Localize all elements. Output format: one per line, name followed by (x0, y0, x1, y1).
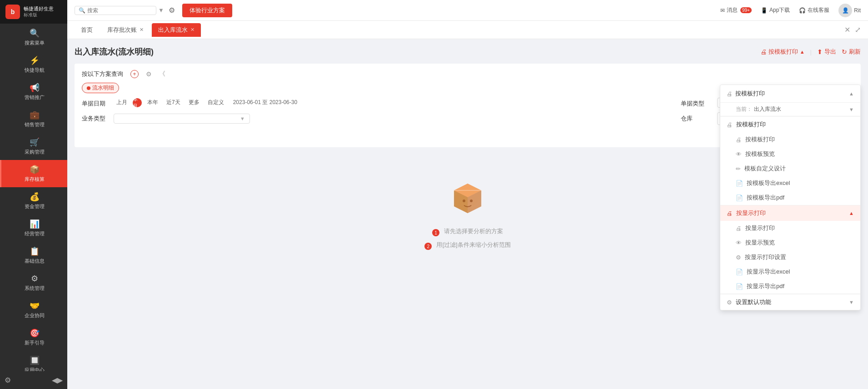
sidebar-nav: 🔍 搜索菜单 ⚡ 快捷导航 📢 营销推广 💼 销售管理 🛒 采购管理 📦 (0, 24, 67, 371)
template-print-item-4[interactable]: 📄 按模板导出excel (720, 176, 860, 190)
display-print-item-1[interactable]: 🖨 按显示打印 (720, 221, 860, 235)
template-print-item-5[interactable]: 📄 按模板导出pdf (720, 190, 860, 205)
display-print-item-2[interactable]: 👁 按显示预览 (720, 235, 860, 250)
dropdown-current-chevron-icon[interactable]: ▼ (849, 107, 854, 112)
display-print-icon: 🖨 (727, 210, 733, 217)
tab-batch-account-close-icon[interactable]: ✕ (140, 27, 144, 33)
search-input[interactable] (87, 7, 146, 14)
export-label: 导出 (824, 48, 836, 56)
app-download-button[interactable]: 📱 App下载 (761, 6, 790, 14)
sidebar-item-finance[interactable]: 💰 资金管理 (0, 187, 67, 214)
topbar-gear-icon[interactable]: ⚙ (169, 6, 175, 15)
mobile-icon: 📱 (761, 7, 768, 14)
expand-icon[interactable]: ⤢ (855, 25, 861, 34)
sidebar-item-system[interactable]: ⚙ 系统管理 (0, 269, 67, 296)
display-print-label: 按显示打印 (736, 209, 766, 217)
sidebar-item-app-center[interactable]: 🔲 应用中心 (0, 351, 67, 371)
inventory-icon: 📦 (30, 165, 40, 175)
system-icon: ⚙ (31, 274, 38, 284)
date-this-year-btn[interactable]: 本年 (145, 98, 161, 107)
refresh-button[interactable]: ↻ 刷新 (842, 48, 861, 56)
filter-tag-dot (87, 86, 90, 90)
date-custom-btn[interactable]: 自定义 (205, 98, 227, 107)
user-area[interactable]: 👤 Rit (838, 4, 861, 17)
tab-home[interactable]: 首页 (75, 23, 99, 37)
sidebar-item-search-menu[interactable]: 🔍 搜索菜单 (0, 24, 67, 51)
display-print-chevron-icon: ▲ (849, 210, 854, 216)
search-chevron-icon[interactable]: ▼ (158, 7, 164, 14)
template-print-item-2[interactable]: 👁 按模板预览 (720, 147, 860, 161)
topbar: 🔍 ▼ ⚙ 体验行业方案 ✉ 消息 99+ 📱 App下载 🎧 在线客服 (67, 0, 868, 21)
display-print-item-4[interactable]: 📄 按显示导出excel (720, 264, 860, 279)
sidebar-logo: b 畅捷通好生意 标准版 (0, 0, 67, 24)
filter-collapse-icon[interactable]: 《 (159, 70, 165, 78)
hint-number-2: 2 (424, 243, 432, 250)
online-service-button[interactable]: 🎧 在线客服 (799, 6, 829, 14)
sidebar-item-guide[interactable]: 🎯 新手引导 (0, 324, 67, 351)
date-this-month-btn[interactable]: 本月 (133, 98, 142, 107)
avatar: 👤 (838, 4, 852, 17)
message-button[interactable]: ✉ 消息 99+ (720, 6, 752, 14)
date-7days-btn[interactable]: 近7天 (164, 98, 183, 107)
sidebar-item-quick-nav[interactable]: ⚡ 快捷导航 (0, 51, 67, 78)
sidebar-item-operations[interactable]: 📊 经营管理 (0, 214, 67, 242)
sidebar-settings-icon[interactable]: ⚙ (5, 376, 11, 384)
dropdown-header-chevron-icon[interactable]: ▲ (849, 91, 854, 96)
print-item-icon-2: 👁 (736, 151, 742, 158)
sidebar-collapse-icon[interactable]: ◀▶ (52, 376, 63, 384)
print-item-icon-1: 🖨 (736, 136, 742, 143)
template-print-item-1[interactable]: 🖨 按模板打印 (720, 132, 860, 147)
sidebar-item-marketing[interactable]: 📢 营销推广 (0, 78, 67, 105)
sidebar-item-purchase[interactable]: 🛒 采购管理 (0, 133, 67, 160)
main-content: 🔍 ▼ ⚙ 体验行业方案 ✉ 消息 99+ 📱 App下载 🎧 在线客服 (67, 0, 868, 389)
sidebar-item-label: 资金管理 (25, 203, 45, 210)
template-print-item-3[interactable]: ✏ 模板自定义设计 (720, 161, 860, 176)
dropdown-header: 🖨 按模板打印 ▲ (720, 85, 860, 103)
dropdown-current-value: 出入库流水 (754, 105, 781, 113)
tabs-expand-icon[interactable]: ✕ ⤢ (844, 25, 861, 34)
sidebar-item-label: 搜索菜单 (25, 40, 45, 46)
trial-button[interactable]: 体验行业方案 (182, 4, 232, 17)
filter-settings-icon[interactable]: ⚙ (146, 70, 152, 78)
empty-hint-2: 2 用[过滤]条件来缩小分析范围 (424, 241, 510, 252)
tab-inout-flow[interactable]: 出入库流水 ✕ (152, 23, 201, 37)
tab-inout-flow-close-icon[interactable]: ✕ (190, 27, 195, 33)
date-more-btn[interactable]: 更多 (186, 98, 202, 107)
dropdown-header-title: 🖨 按模板打印 (727, 90, 765, 98)
page-title: 出入库流水(流水明细) (75, 46, 154, 57)
display-print-item-3[interactable]: ⚙ 按显示打印设置 (720, 250, 860, 264)
default-func-icon: ⚙ (727, 299, 732, 306)
sidebar-item-cooperation[interactable]: 🤝 企业协同 (0, 296, 67, 324)
sidebar-item-sales[interactable]: 💼 销售管理 (0, 105, 67, 133)
template-print-header[interactable]: 🖨 按模板打印 (720, 116, 860, 132)
search-box[interactable]: 🔍 (75, 6, 156, 15)
filter-label: 按以下方案查询 (82, 70, 123, 78)
print-template-label: 按模板打印 (768, 48, 798, 56)
display-item-icon-1: 🖨 (736, 225, 742, 232)
default-func-header[interactable]: ⚙ 设置默认功能 ▼ (720, 294, 860, 310)
sidebar: b 畅捷通好生意 标准版 🔍 搜索菜单 ⚡ 快捷导航 📢 营销推广 💼 销 (0, 0, 67, 389)
svg-point-6 (470, 199, 473, 202)
template-print-item-3-label: 模板自定义设计 (744, 165, 786, 173)
business-type-chevron-icon: ▼ (240, 116, 245, 121)
print-template-button[interactable]: 🖨 按模板打印 ▲ (760, 48, 805, 56)
date-range-display: 2023-06-01 至 2023-06-30 (233, 99, 297, 106)
dropdown-current-row: 当前： 出入库流水 ▼ (720, 103, 860, 116)
business-type-select[interactable]: ▼ (114, 114, 250, 124)
sidebar-item-basics[interactable]: 📋 基础信息 (0, 242, 67, 269)
close-icon[interactable]: ✕ (844, 25, 850, 34)
display-print-item-5[interactable]: 📄 按显示导出pdf (720, 279, 860, 294)
refresh-icon: ↻ (842, 48, 847, 55)
display-print-item-3-label: 按显示打印设置 (745, 253, 786, 261)
display-item-icon-2: 👁 (736, 239, 742, 246)
date-last-month-btn[interactable]: 上月 (114, 98, 130, 107)
tab-batch-account[interactable]: 库存批次账 ✕ (101, 23, 150, 37)
display-print-header[interactable]: 🖨 按显示打印 ▲ (720, 205, 860, 221)
sidebar-item-inventory[interactable]: 📦 库存核算 (0, 160, 67, 187)
print-dropdown-panel: 🖨 按模板打印 ▲ 当前： 出入库流水 ▼ 🖨 按模板打印 (720, 85, 861, 310)
filter-tag-label: 流水明细 (92, 84, 114, 92)
filter-add-button[interactable]: + (130, 70, 139, 78)
export-button[interactable]: ⬆ 导出 (817, 48, 836, 56)
print-item-icon-4: 📄 (736, 180, 743, 187)
active-filter-tag[interactable]: 流水明细 (82, 83, 119, 93)
